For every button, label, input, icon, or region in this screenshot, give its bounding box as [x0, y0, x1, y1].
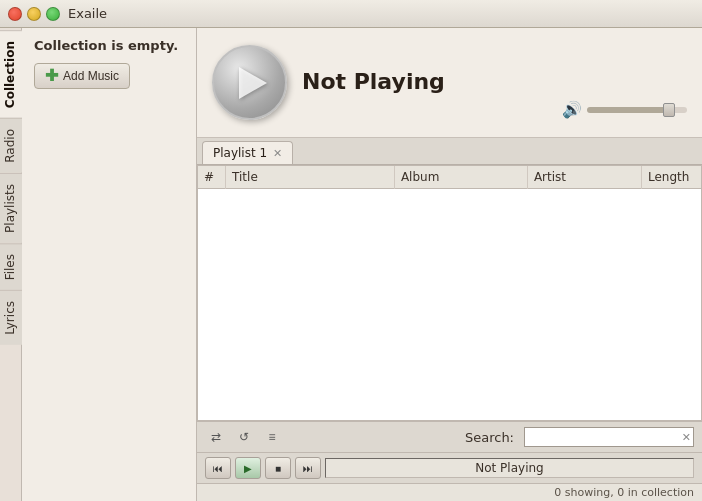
- maximize-button[interactable]: [46, 7, 60, 21]
- sidebar-tabs: Collection Radio Playlists Files Lyrics: [0, 28, 22, 501]
- tab-close-icon[interactable]: ✕: [273, 147, 282, 160]
- collection-panel: Collection is empty. ✚ Add Music: [22, 28, 197, 501]
- transport-play-button[interactable]: ▶: [235, 457, 261, 479]
- volume-icon: 🔊: [562, 100, 582, 119]
- bottom-toolbar: ⇄ ↺ ≡ Search: ✕: [197, 421, 702, 452]
- add-music-label: Add Music: [63, 69, 119, 83]
- playlist-tab-label: Playlist 1: [213, 146, 267, 160]
- track-table: # Title Album Artist Length: [198, 166, 701, 189]
- col-header-album[interactable]: Album: [394, 166, 527, 189]
- transport-bar: ⏮ ▶ ■ ⏭ Not Playing: [197, 452, 702, 483]
- sidebar-item-collection[interactable]: Collection: [0, 30, 22, 118]
- next-button[interactable]: ⏭: [295, 457, 321, 479]
- app-layout: Collection Radio Playlists Files Lyrics …: [0, 28, 702, 501]
- search-label: Search:: [465, 430, 514, 445]
- queue-button[interactable]: ≡: [261, 428, 283, 446]
- status-bar: 0 showing, 0 in collection: [197, 483, 702, 501]
- playlist-tab-1[interactable]: Playlist 1 ✕: [202, 141, 293, 164]
- titlebar: Exaile: [0, 0, 702, 28]
- playlist-tabs: Playlist 1 ✕: [197, 138, 702, 165]
- stop-button[interactable]: ■: [265, 457, 291, 479]
- col-header-title[interactable]: Title: [226, 166, 395, 189]
- window-controls[interactable]: [8, 7, 60, 21]
- sidebar-item-radio[interactable]: Radio: [0, 118, 22, 173]
- add-music-button[interactable]: ✚ Add Music: [34, 63, 130, 89]
- table-header-row: # Title Album Artist Length: [198, 166, 701, 189]
- player-area: Not Playing 🔊: [197, 28, 702, 138]
- app-title: Exaile: [68, 6, 107, 21]
- song-info: Not Playing: [302, 64, 547, 102]
- track-table-area: # Title Album Artist Length: [197, 165, 702, 421]
- sidebar-item-lyrics[interactable]: Lyrics: [0, 290, 22, 345]
- now-playing-status: Not Playing: [302, 69, 547, 94]
- repeat-button[interactable]: ↺: [233, 428, 255, 446]
- sidebar-item-files[interactable]: Files: [0, 243, 22, 290]
- col-header-number[interactable]: #: [198, 166, 226, 189]
- plus-icon: ✚: [45, 68, 58, 84]
- previous-button[interactable]: ⏮: [205, 457, 231, 479]
- shuffle-button[interactable]: ⇄: [205, 428, 227, 446]
- sidebar-item-playlists[interactable]: Playlists: [0, 173, 22, 243]
- volume-slider[interactable]: [587, 107, 687, 113]
- collection-empty-label: Collection is empty.: [34, 38, 184, 53]
- close-button[interactable]: [8, 7, 22, 21]
- col-header-length[interactable]: Length: [641, 166, 701, 189]
- volume-area: 🔊: [562, 100, 687, 127]
- minimize-button[interactable]: [27, 7, 41, 21]
- play-triangle-icon: [239, 67, 267, 99]
- play-button[interactable]: [212, 45, 287, 120]
- status-bar-text: 0 showing, 0 in collection: [554, 486, 694, 499]
- search-input[interactable]: [524, 427, 694, 447]
- search-clear-icon[interactable]: ✕: [682, 431, 691, 444]
- volume-thumb[interactable]: [663, 103, 675, 117]
- search-wrapper: ✕: [524, 427, 694, 447]
- transport-status: Not Playing: [325, 458, 694, 478]
- content-area: Not Playing 🔊 Playlist 1 ✕ #: [197, 28, 702, 501]
- col-header-artist[interactable]: Artist: [527, 166, 641, 189]
